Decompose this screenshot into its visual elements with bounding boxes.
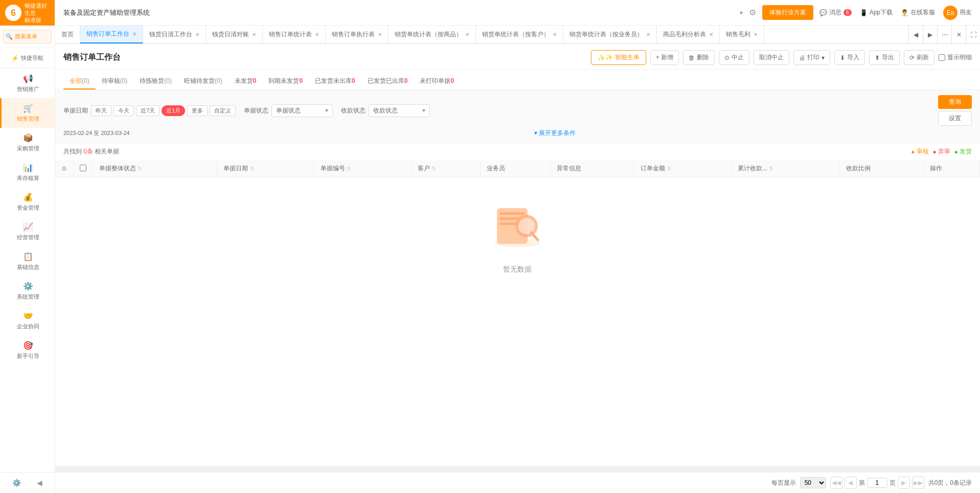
tab-close-sales-stat-table[interactable]: ✕ xyxy=(315,32,319,37)
tab-sales-stat-table[interactable]: 销售订单统计表 ✕ xyxy=(263,26,326,43)
tab-sales-exec-table[interactable]: 销售订单执行表 ✕ xyxy=(326,26,389,43)
col-checkbox-header[interactable] xyxy=(74,160,93,177)
date-btn-7days[interactable]: 近7天 xyxy=(136,105,159,116)
page-first-button[interactable]: ◀◀ xyxy=(830,477,842,489)
col-status-header[interactable]: 单据整体状态 ⇅ xyxy=(93,160,217,177)
tab-sales-gross[interactable]: 销售毛利 ✕ xyxy=(720,26,764,43)
col-employee-header: 业务员 xyxy=(481,160,551,177)
tab-close-sale-stat-product[interactable]: ✕ xyxy=(465,32,469,37)
print-button[interactable]: 🖨 打印 ▾ xyxy=(793,50,830,65)
tab-scroll-left-button[interactable]: ◀ xyxy=(908,26,923,44)
tab-dropdown-button[interactable]: ⋯ xyxy=(937,26,951,44)
subtab-shipped-out[interactable]: 已发货已出库0 xyxy=(361,74,414,89)
status-select[interactable]: 单据状态 ▾ xyxy=(271,104,333,117)
subtab-shipped-not-out[interactable]: 已发货未出库0 xyxy=(309,74,361,89)
export-button[interactable]: ⬆ 导出 xyxy=(869,50,900,65)
quick-nav-button[interactable]: ⚡ 快捷导航 xyxy=(3,51,52,65)
subtab-wangpu-pending[interactable]: 旺铺待发货(0) xyxy=(178,74,229,89)
tab-close-all-button[interactable]: ✕ xyxy=(951,26,966,44)
payment-select[interactable]: 收款状态 ▾ xyxy=(369,104,430,117)
sidebar-settings-button[interactable]: ⚙️ xyxy=(10,477,23,489)
sidebar-item-new-user-guide[interactable]: 🎯 新手引导 xyxy=(0,335,55,365)
tab-cash-reconcile[interactable]: 钱货日清对账 ✕ xyxy=(206,26,263,43)
date-btn-1month[interactable]: 近1月 xyxy=(162,105,185,116)
tab-close-sale-stat-employee[interactable]: ✕ xyxy=(646,32,650,37)
sidebar-item-sales-management[interactable]: 🛒 销售管理 xyxy=(0,98,55,128)
query-button[interactable]: 查询 xyxy=(938,95,972,109)
tab-sales-workbench[interactable]: 销售订单工作台 ✕ xyxy=(80,26,143,43)
solution-button[interactable]: 体验行业方案 xyxy=(762,5,813,20)
tab-close-sales-gross[interactable]: ✕ xyxy=(754,32,758,37)
tab-sale-stat-product[interactable]: 销货单统计表（按商品） ✕ xyxy=(389,26,476,43)
tab-scroll-right-button[interactable]: ▶ xyxy=(923,26,937,44)
page-prev-button[interactable]: ◀ xyxy=(845,477,857,489)
tab-sale-stat-employee[interactable]: 销货单统计表（按业务员） ✕ xyxy=(563,26,657,43)
date-btn-custom[interactable]: 自定义 xyxy=(210,105,236,116)
tab-close-sale-stat-customer[interactable]: ✕ xyxy=(553,32,557,37)
add-button[interactable]: + 新增 xyxy=(650,50,679,65)
subtab-not-printed[interactable]: 未打印单据0 xyxy=(414,74,460,89)
sidebar-item-finance-management[interactable]: 💰 资金管理 xyxy=(0,187,55,217)
col-amount-header[interactable]: 订单金额 ⇅ xyxy=(634,160,732,177)
show-detail-checkbox[interactable] xyxy=(939,54,945,61)
sidebar-item-basic-info[interactable]: 📋 基础信息 xyxy=(0,246,55,276)
stop-button[interactable]: ⊙ 中止 xyxy=(719,50,749,65)
user-menu-button[interactable]: Ea 用友 xyxy=(943,6,972,20)
expand-filter-button[interactable]: ▾ 展开更多条件 xyxy=(534,129,576,138)
tab-sale-stat-customer[interactable]: 销货单统计表（按客户） ✕ xyxy=(476,26,563,43)
sidebar-item-operation-management[interactable]: 📈 经营管理 xyxy=(0,217,55,246)
subtab-pending-pickup[interactable]: 待拣验货(0) xyxy=(133,74,178,89)
tab-product-margin[interactable]: 商品毛利分析表 ✕ xyxy=(657,26,720,43)
search-menu-button[interactable]: 🔍 搜索菜单 xyxy=(3,30,52,43)
tab-maximize-button[interactable]: ⛶ xyxy=(966,26,980,44)
col-number-header[interactable]: 单据编号 ⇅ xyxy=(314,160,411,177)
tab-close-sales-exec-table[interactable]: ✕ xyxy=(378,32,382,37)
app-download-button[interactable]: 📱 App下载 xyxy=(860,8,893,17)
filter-setting-button[interactable]: 设置 xyxy=(938,111,972,126)
col-gear[interactable]: ⚙ xyxy=(55,160,74,177)
refresh-button[interactable]: ⟳ 刷新 xyxy=(904,50,935,65)
sidebar-item-system-management[interactable]: ⚙️ 系统管理 xyxy=(0,276,55,306)
col-date-header[interactable]: 单据日期 ⇅ xyxy=(217,160,314,177)
show-detail-checkbox-label[interactable]: 显示明细 xyxy=(939,53,972,62)
quick-audit-button[interactable]: ● 审核 xyxy=(911,147,928,156)
col-customer-header[interactable]: 客户 ⇅ xyxy=(411,160,481,177)
sidebar-item-sales-promotion[interactable]: 📢 营销推广 xyxy=(0,69,55,98)
sidebar-item-inventory-check[interactable]: 📊 库存核算 xyxy=(0,158,55,187)
status-filter: 单据状态 单据状态 ▾ xyxy=(244,104,333,117)
subtab-all[interactable]: 全部(0) xyxy=(63,74,96,89)
tab-close-product-margin[interactable]: ✕ xyxy=(709,32,713,37)
subtab-overdue-not-shipped[interactable]: 到期未发货0 xyxy=(262,74,309,89)
subtab-pending-review[interactable]: 待审核(0) xyxy=(96,74,134,89)
app-download-icon: 📱 xyxy=(860,9,868,16)
select-all-checkbox[interactable] xyxy=(80,165,86,171)
page-size-select[interactable]: 50 10 20 100 xyxy=(800,477,826,488)
message-button[interactable]: 💬 消息 6 xyxy=(819,8,852,17)
delete-button[interactable]: 🗑 删除 xyxy=(683,50,715,65)
smart-create-button[interactable]: ✨ ✨ 智能生单 xyxy=(591,50,646,65)
quick-ship-button[interactable]: ● 发货 xyxy=(954,147,972,156)
tab-close-sales-workbench[interactable]: ✕ xyxy=(132,31,136,37)
page-next-button[interactable]: ▶ xyxy=(898,477,910,489)
horizontal-scrollbar[interactable] xyxy=(55,466,980,472)
date-btn-yesterday[interactable]: 昨天 xyxy=(91,105,111,116)
quick-cancel-audit-button[interactable]: ● 弃审 xyxy=(933,147,950,156)
sidebar-item-purchase-management[interactable]: 📦 采购管理 xyxy=(0,128,55,158)
sidebar-collapse-button[interactable]: ◀ xyxy=(35,477,44,489)
page-number-input[interactable] xyxy=(867,478,887,488)
tab-close-cash-reconcile[interactable]: ✕ xyxy=(252,32,256,37)
date-btn-today[interactable]: 今天 xyxy=(113,105,134,116)
import-button[interactable]: ⬇ 导入 xyxy=(834,50,865,65)
subtab-not-shipped[interactable]: 未发货0 xyxy=(229,74,263,89)
tab-close-cash-daily[interactable]: ✕ xyxy=(195,32,199,37)
cancel-stop-button[interactable]: 取消中止 xyxy=(754,50,789,65)
date-btn-more[interactable]: 更多 xyxy=(187,105,208,116)
sidebar-item-enterprise-cooperation[interactable]: 🤝 企业协同 xyxy=(0,306,55,335)
tab-cash-daily[interactable]: 钱货日清工作台 ✕ xyxy=(143,26,206,43)
tab-home[interactable]: 首页 xyxy=(55,26,80,43)
table-area: 共找到 0条 相关单据 ● 审核 ● 弃审 xyxy=(55,143,980,493)
page-last-button[interactable]: ▶▶ xyxy=(912,477,924,489)
col-collected-header[interactable]: 累计收款... ⇅ xyxy=(731,160,839,177)
topbar-gear-icon[interactable]: ⚙ xyxy=(749,8,756,17)
online-service-button[interactable]: 👨‍💼 在线客服 xyxy=(901,8,935,17)
